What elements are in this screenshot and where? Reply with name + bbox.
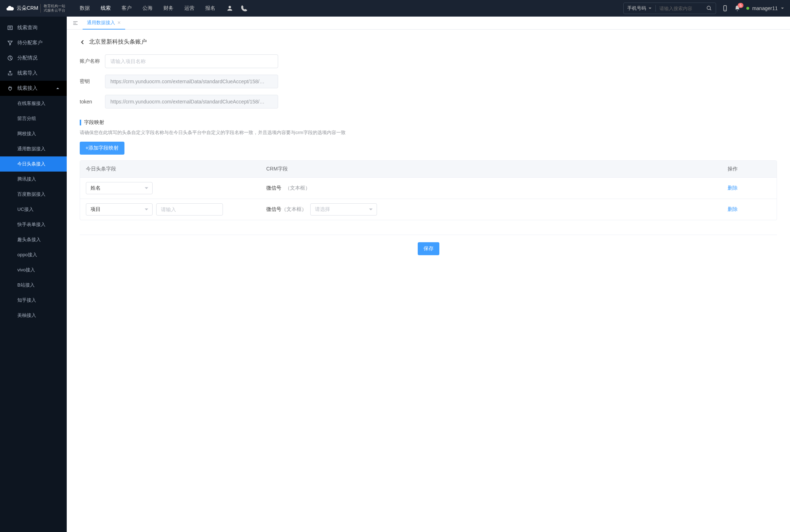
sidebar-sub-item[interactable]: 美柚接入 (0, 308, 67, 323)
secret-input[interactable] (105, 75, 278, 88)
crm-field-type: （文本框） (285, 185, 310, 191)
search-input[interactable] (656, 6, 703, 11)
chevron-up-icon (56, 87, 60, 90)
header: 云朵CRM 教育机构一站 式服务云平台 数据 线索 客户 公海 财务 运营 报名… (0, 0, 790, 17)
cloud-icon (6, 4, 14, 13)
sidebar-sub-item[interactable]: 今日头条接入 (0, 156, 67, 172)
sidebar-sub-item[interactable]: 趣头条接入 (0, 232, 67, 247)
mobile-icon[interactable] (722, 5, 728, 12)
notification-badge: 5 (738, 3, 743, 8)
breadcrumb: 北京昱新科技头条账户 (80, 38, 777, 46)
table-header: 今日头条字段 CRM字段 操作 (80, 161, 777, 177)
main-nav: 数据 线索 客户 公海 财务 运营 报名 (80, 1, 215, 16)
column-action: 操作 (728, 166, 771, 172)
sidebar-item-pending[interactable]: 待分配客户 (0, 35, 67, 50)
sidebar-sub-item[interactable]: oppo接入 (0, 247, 67, 262)
collapse-sidebar-button[interactable] (71, 20, 80, 26)
sidebar-item-distribution[interactable]: 分配情况 (0, 50, 67, 66)
sidebar-sub-item[interactable]: 网校接入 (0, 126, 67, 141)
layout: 线索查询 待分配客户 分配情况 线索导入 线索接入 在线客服接入留言分组网校接入… (0, 17, 790, 532)
sidebar-sub-item[interactable]: 知乎接入 (0, 293, 67, 308)
toutiao-field-input[interactable] (156, 203, 223, 216)
column-toutiao: 今日头条字段 (86, 166, 266, 172)
sidebar-sub-item[interactable]: 留言分组 (0, 111, 67, 126)
form-row-token: token (80, 95, 777, 108)
toutiao-field-select[interactable]: 项目 (86, 203, 153, 216)
username: manager11 (752, 5, 778, 11)
menu-icon (73, 20, 78, 26)
sidebar-sub-item[interactable]: 快手表单接入 (0, 217, 67, 232)
tab-general-data[interactable]: 通用数据接入 ✕ (83, 17, 125, 30)
column-crm: CRM字段 (266, 166, 728, 172)
save-button[interactable]: 保存 (418, 242, 439, 255)
sidebar-sub-item[interactable]: 百度数据接入 (0, 187, 67, 202)
back-button[interactable] (80, 39, 85, 45)
table-row: 姓名 微信号（文本框） 删除 (80, 177, 777, 199)
user-add-icon[interactable] (226, 5, 233, 12)
search-type-select[interactable]: 手机号码 (624, 5, 656, 12)
crm-field-label: 微信号 (266, 185, 281, 191)
sidebar-item-import[interactable]: 线索导入 (0, 66, 67, 81)
search-icon (706, 5, 712, 11)
sidebar-item-integration[interactable]: 线索接入 (0, 81, 67, 96)
page-content: 北京昱新科技头条账户 账户名称 密钥 token 字段映射 请确保您在此填写的头… (67, 30, 790, 532)
tab-close-button[interactable]: ✕ (117, 20, 121, 25)
crm-field-select[interactable]: 请选择 (310, 203, 377, 216)
account-name-input[interactable] (105, 54, 278, 68)
form-row-secret: 密钥 (80, 75, 777, 88)
chevron-down-icon (144, 207, 149, 212)
add-mapping-button[interactable]: +添加字段映射 (80, 142, 124, 155)
sidebar-sub-item[interactable]: vivo接入 (0, 262, 67, 278)
nav-ops[interactable]: 运营 (184, 1, 194, 16)
table-row: 项目 微信号（文本框） 请选择 删除 (80, 199, 777, 220)
sidebar: 线索查询 待分配客户 分配情况 线索导入 线索接入 在线客服接入留言分组网校接入… (0, 17, 67, 532)
logo-text: 云朵CRM (17, 5, 38, 12)
nav-finance[interactable]: 财务 (163, 1, 174, 16)
list-icon (7, 25, 13, 31)
form-row-account: 账户名称 (80, 54, 777, 68)
section-hint: 请确保您在此填写的头条自定义字段名称与在今日头条平台中自定义的字段名称一致，并且… (80, 129, 777, 136)
nav-pool[interactable]: 公海 (142, 1, 153, 16)
crm-field-label: 微信号 (266, 206, 281, 212)
phone-icon[interactable] (241, 5, 248, 12)
header-right: 手机号码 5 manager11 (623, 3, 784, 14)
logo-subtitle: 教育机构一站 式服务云平台 (40, 4, 65, 13)
chevron-left-icon (80, 39, 85, 45)
nav-leads[interactable]: 线索 (101, 1, 111, 16)
chevron-down-icon (144, 186, 149, 190)
chevron-down-icon (781, 6, 784, 10)
token-label: token (80, 99, 105, 105)
sidebar-sub-item[interactable]: 在线客服接入 (0, 96, 67, 111)
search-button[interactable] (703, 5, 716, 11)
plug-icon (7, 85, 13, 91)
sidebar-sub-item[interactable]: B站接入 (0, 278, 67, 293)
sidebar-sub-item[interactable]: 腾讯接入 (0, 172, 67, 187)
nav-data[interactable]: 数据 (80, 1, 90, 16)
secret-label: 密钥 (80, 78, 105, 85)
delete-row-button[interactable]: 删除 (728, 185, 738, 191)
nav-enroll[interactable]: 报名 (205, 1, 215, 16)
svg-line-2 (710, 9, 711, 10)
toutiao-field-select[interactable]: 姓名 (86, 182, 153, 194)
sidebar-item-lead-query[interactable]: 线索查询 (0, 20, 67, 35)
chevron-down-icon (648, 6, 652, 10)
section-title: 字段映射 (84, 119, 104, 126)
mapping-table: 今日头条字段 CRM字段 操作 姓名 微信号（文本框） (80, 160, 777, 220)
sidebar-sub-item[interactable]: UC接入 (0, 202, 67, 217)
crm-field-type: （文本框） (281, 206, 307, 212)
delete-row-button[interactable]: 删除 (728, 206, 738, 212)
svg-point-0 (229, 6, 231, 8)
section-header: 字段映射 (80, 119, 777, 126)
user-menu[interactable]: manager11 (746, 5, 784, 11)
logo: 云朵CRM 教育机构一站 式服务云平台 (6, 4, 65, 13)
chevron-down-icon (369, 207, 373, 212)
account-label: 账户名称 (80, 58, 105, 65)
svg-point-1 (707, 6, 710, 9)
token-input[interactable] (105, 95, 278, 108)
nav-customers[interactable]: 客户 (122, 1, 132, 16)
bell-icon[interactable]: 5 (734, 5, 741, 12)
filter-icon (7, 40, 13, 46)
footer: 保存 (80, 235, 777, 262)
page-title: 北京昱新科技头条账户 (89, 38, 147, 46)
sidebar-sub-item[interactable]: 通用数据接入 (0, 141, 67, 156)
